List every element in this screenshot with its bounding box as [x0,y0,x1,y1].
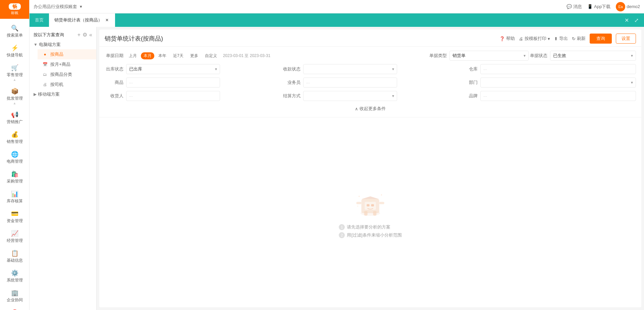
tab-close-button[interactable]: ✕ [104,17,110,23]
app-download-button[interactable]: 📱 App下载 [587,4,610,10]
date-filter: 上月 本月 本年 近7天 更多 自定义 [126,52,220,59]
filter-receiver-item: 收货人 ··· [105,91,282,101]
date-tag-7days[interactable]: 近7天 [170,52,186,59]
sidebar-item-purchase[interactable]: 🛍️ 采购管理 [0,168,29,187]
sidebar-item-sales[interactable]: 💰 销售管理 [0,128,29,147]
sidebar-item-operation[interactable]: 📈 经营管理 [0,227,29,246]
sidebar-label-purchase: 采购管理 [7,178,23,184]
salesman-label: 业务员 [282,80,301,86]
marketing-icon: 📢 [11,111,18,118]
receiver-input[interactable]: ··· [126,91,220,101]
payment-select[interactable]: ▾ [303,91,397,101]
outstock-value: 已出库 [129,66,142,72]
sidebar-item-marketing[interactable]: 📢 营销推广 [0,108,29,127]
tip-num-2: 2 [339,232,345,238]
svg-point-10 [381,194,382,195]
sidebar-item-inventory[interactable]: 📊 库存核算 [0,188,29,207]
settings-button[interactable]: 设置 [616,34,636,44]
date-tag-more[interactable]: 更多 [187,52,201,59]
tip-text-2: 用[过滤]条件来缩小分析范围 [347,232,401,238]
export-button[interactable]: ⬆ 导出 [554,36,568,42]
collapse-panel-button[interactable]: « [89,32,92,38]
query-button[interactable]: 查询 [590,34,612,44]
add-scheme-button[interactable]: + [77,32,80,38]
receiver-dots[interactable]: ··· [129,94,133,99]
type-label: 单据类型 [428,53,447,59]
refresh-label: 刷新 [577,36,586,42]
sidebar-item-quicknav[interactable]: ⚡ 快捷导航 [0,42,29,61]
sidebar-item-basic[interactable]: 📋 基础信息 [0,247,29,266]
close-window-icon[interactable]: ✕ [623,16,630,25]
breadcrumb-dropdown-icon[interactable]: ▾ [80,4,82,9]
content-area: 按以下方案查询 + ⚙ « ▼ 电脑端方案 ● 按商品 📅 按月 [30,27,644,310]
tree-item-by-printer[interactable]: 🖨 按司机 [38,80,96,90]
tip-text-1: 请先选择要分析的方案 [347,224,390,230]
goods-dots[interactable]: ··· [129,80,133,85]
dept-select[interactable]: ▾ [480,78,636,88]
type-value: 销货单 [452,53,466,59]
left-panel: 按以下方案查询 + ⚙ « ▼ 电脑端方案 ● 按商品 📅 按月 [30,27,97,310]
user-area[interactable]: Ea demo2 [616,2,640,11]
tree-section-mobile[interactable]: ▶ 移动端方案 [30,90,96,99]
message-icon: 💬 [567,4,572,9]
tree-section-pc[interactable]: ▼ 电脑端方案 [30,40,96,49]
tab-home-label: 首页 [35,17,44,23]
collect-label: 收款状态 [282,66,301,72]
settings-scheme-button[interactable]: ⚙ [83,32,87,38]
salesman-dots[interactable]: ··· [306,80,310,85]
svg-point-11 [357,206,358,207]
sidebar-item-retail[interactable]: 🛒 零售管理 ▲ [0,61,29,84]
export-label: 导出 [559,36,568,42]
system-icon: ⚙️ [11,269,18,277]
sidebar-item-finance[interactable]: 💳 资金管理 [0,207,29,226]
logo-sub-text: 标账 [11,10,18,15]
tab-home[interactable]: 首页 [30,13,49,27]
date-tag-this-year[interactable]: 本年 [156,52,169,59]
brand-input[interactable]: ··· [480,91,636,101]
message-button[interactable]: 💬 消息 [567,4,582,10]
logo-icon: 畅 [9,3,21,10]
brand-label: 品牌 [459,93,478,99]
purchase-icon: 🛍️ [11,170,18,178]
refresh-button[interactable]: ↻ 刷新 [572,36,586,42]
sidebar-label-system: 系统管理 [7,277,23,283]
goods-input[interactable]: ··· [126,78,220,88]
sidebar-item-search[interactable]: 🔍 搜索菜单 [0,22,29,41]
collapse-filter-button[interactable]: ∧ 收起更多条件 [105,104,636,113]
help-button[interactable]: ❓ 帮助 [499,36,515,42]
empty-illustration [354,187,387,220]
salesman-input[interactable]: ··· [303,78,397,88]
expand-icon[interactable]: ⤢ [633,16,640,25]
type-select[interactable]: 销货单 ▾ [449,51,529,61]
filter-dept-item: 部门 ▾ [459,78,636,88]
tree-item-by-product[interactable]: ● 按商品 [38,49,96,59]
sidebar-item-ecommerce[interactable]: 🌐 电商管理 [0,148,29,167]
template-print-button[interactable]: 🖨 按模板打印 ▾ [519,36,550,42]
outstock-select[interactable]: 已出库 ▾ [126,64,220,74]
sidebar-item-wholesale[interactable]: 📦 批发管理 ▲ [0,85,29,108]
sidebar-label-sales: 销售管理 [7,139,23,145]
tree-item-by-month-product[interactable]: 📅 按月+商品 [38,59,96,69]
page-actions: ❓ 帮助 🖨 按模板打印 ▾ ⬆ 导出 ↻ 刷新 [499,34,636,44]
filter-row-4: 收货人 ··· 结算方式 ▾ 品牌 [105,91,636,101]
date-tag-custom[interactable]: 自定义 [202,52,220,59]
brand-dots[interactable]: ··· [483,94,487,99]
date-tag-last-month[interactable]: 上月 [126,52,140,59]
status-select[interactable]: 已生效 ▾ [550,51,636,61]
collect-select[interactable]: ▾ [303,64,397,74]
warehouse-dots[interactable]: ··· [483,67,487,72]
help-icon: ❓ [499,36,505,41]
sidebar-item-enterprise[interactable]: 🏢 企业协同 [0,287,29,306]
sidebar-item-guide[interactable]: 🎯 新手引导 [0,306,29,310]
sidebar-item-system[interactable]: ⚙️ 系统管理 [0,267,29,286]
sidebar-label-retail: 零售管理 [7,72,23,78]
tab-stats[interactable]: 销货单统计表（按商品） ✕ [49,13,115,27]
dept-arrow-icon: ▾ [631,80,633,85]
filter-type-item: 单据类型 销货单 ▾ [428,51,529,61]
filter-area: 单据日期 上月 本月 本年 近7天 更多 自定义 2023-03-01 至 20… [99,47,641,117]
sidebar-label-enterprise: 企业协同 [7,297,23,303]
sidebar: 畅 标账 🔍 搜索菜单 ⚡ 快捷导航 🛒 零售管理 ▲ 📦 批发管理 ▲ 📢 营… [0,0,30,310]
date-tag-this-month[interactable]: 本月 [141,52,154,59]
warehouse-input[interactable]: ··· [480,64,636,74]
tree-item-by-category[interactable]: 🗂 按商品分类 [38,69,96,80]
